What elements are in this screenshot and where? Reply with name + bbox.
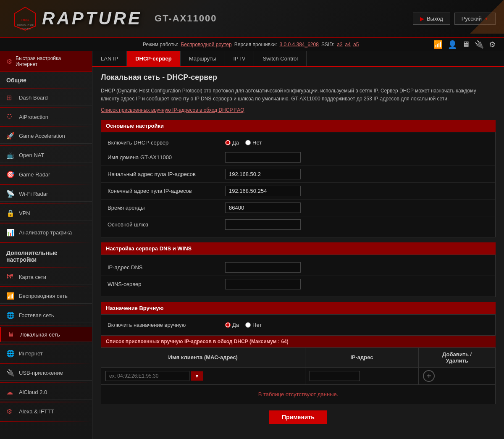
add-row-button[interactable]: + xyxy=(423,370,435,382)
dhcp-enable-radio: Да Нет xyxy=(225,139,262,146)
sidebar-label-game-radar: Game Radar xyxy=(19,171,50,178)
ip-pool-end-row: Конечный адрес пула IP-адресов xyxy=(101,183,495,200)
apply-button[interactable]: Применить xyxy=(269,410,327,424)
tab-dhcp[interactable]: DHCP-сервер xyxy=(127,51,181,66)
sidebar-label-network-map: Карта сети xyxy=(19,274,46,280)
col-action-header: Добавить / Удалить xyxy=(419,347,496,367)
sidebar-item-open-nat[interactable]: 📺 Open NAT xyxy=(0,148,92,163)
sidebar-label-lan: Локальная сеть xyxy=(20,331,60,338)
ip-pool-end-input[interactable] xyxy=(225,186,301,196)
manual-enable-label: Включить назначение вручную xyxy=(108,322,225,328)
rog-logo: ROG REPUBLIC OF GAMERS xyxy=(8,6,42,31)
sidebar-label-usb: USB-приложение xyxy=(19,370,63,376)
manual-no-option[interactable]: Нет xyxy=(245,322,262,328)
sidebar-label-game-acceleration: Game Acceleration xyxy=(19,133,65,139)
sidebar-item-vpn[interactable]: 🔒 VPN xyxy=(0,206,92,221)
gateway-label: Основной шлюз xyxy=(108,221,225,228)
sidebar-item-usb[interactable]: 🔌 USB-приложение xyxy=(0,365,92,381)
svg-text:ROG: ROG xyxy=(21,18,29,22)
sidebar-item-aicloud[interactable]: ☁ AiCloud 2.0 xyxy=(0,385,92,400)
sidebar-item-lan[interactable]: 🖥 Локальная сеть xyxy=(0,327,92,342)
lease-time-input[interactable] xyxy=(225,202,301,213)
lan-icon: 🖥 xyxy=(8,331,16,338)
users-icon[interactable]: 👤 xyxy=(448,40,457,49)
tab-lan-ip[interactable]: LAN IP xyxy=(92,51,127,66)
wins-input[interactable] xyxy=(225,279,301,289)
dhcp-yes-option[interactable]: Да xyxy=(225,139,239,146)
ip-address-input[interactable] xyxy=(310,371,360,381)
quick-setup-label: Быстрая настройкаИнтернет xyxy=(16,55,61,67)
content-area: LAN IP DHCP-сервер Маршруты IPTV Switch … xyxy=(92,51,504,439)
sidebar-label-aiprotection: AiProtection xyxy=(19,114,48,120)
sidebar-item-wireless[interactable]: 📶 Беспроводная сеть xyxy=(0,289,92,304)
section-advanced-header: Дополнительныенастройки xyxy=(0,244,92,266)
sidebar-label-open-nat: Open NAT xyxy=(19,152,44,158)
guest-icon: 🌐 xyxy=(6,311,15,319)
page-description: DHCP (Dynamic Host Configuration Protoco… xyxy=(101,87,496,103)
mode-bar: Режим работы: Беспроводной роутер Версия… xyxy=(0,38,504,51)
manual-yes-option[interactable]: Да xyxy=(225,322,239,328)
logo-rapture: RAPTURE xyxy=(42,8,142,29)
lease-time-row: Время аренды xyxy=(101,200,495,216)
col-ip-header: IP-адрес xyxy=(305,347,419,367)
ip-pool-start-input[interactable] xyxy=(225,169,301,179)
sidebar-item-aiprotection[interactable]: 🛡 AiProtection xyxy=(0,110,92,124)
mode-link[interactable]: Беспроводной роутер xyxy=(181,42,231,47)
table-input-row: ▼ + xyxy=(101,367,496,384)
domain-name-row: Имя домена GT-AX11000 xyxy=(101,149,495,166)
manual-assign-title: Назначение Вручную xyxy=(101,302,496,314)
sidebar-item-traffic-analyzer[interactable]: 📊 Анализатор трафика xyxy=(0,225,92,240)
sidebar-label-wireless: Беспроводная сеть xyxy=(19,293,68,299)
logout-button[interactable]: Выход xyxy=(413,13,450,25)
ip-pool-end-label: Конечный адрес пула IP-адресов xyxy=(108,188,225,194)
status-icons: 📶 👤 🖥 🔌 ⚙ xyxy=(433,40,496,49)
dhcp-faq-link[interactable]: Список присвоенных вручную IP-адресов в … xyxy=(101,107,244,113)
game-radar-icon: 🎯 xyxy=(6,171,15,179)
sidebar-item-alexa[interactable]: ⚙ Alexa & IFTTT xyxy=(0,404,92,419)
ip-table-title: Список присвоенных вручную IP-адресов в … xyxy=(101,336,496,347)
tab-switch-control[interactable]: Switch Control xyxy=(254,51,307,66)
sidebar-item-game-acceleration[interactable]: 🚀 Game Acceleration xyxy=(0,129,92,144)
mac-dropdown-button[interactable]: ▼ xyxy=(191,371,203,381)
wifi-icon[interactable]: 📶 xyxy=(433,40,443,49)
gateway-input[interactable] xyxy=(225,219,301,230)
domain-name-input[interactable] xyxy=(225,152,301,163)
settings-icon[interactable]: ⚙ xyxy=(489,40,496,49)
dhcp-no-option[interactable]: Нет xyxy=(245,139,262,146)
sidebar-item-guest-network[interactable]: 🌐 Гостевая сеть xyxy=(0,308,92,323)
sidebar-label-vpn: VPN xyxy=(19,210,30,216)
monitor-icon[interactable]: 🖥 xyxy=(462,40,470,49)
ssid-label: SSID: xyxy=(321,42,334,47)
manual-assign-form: Включить назначение вручную Да Нет xyxy=(101,314,496,336)
tab-routes[interactable]: Маршруты xyxy=(181,51,225,66)
sidebar-item-dashboard[interactable]: ⊞ Dash Board xyxy=(0,90,92,105)
aicloud-icon: ☁ xyxy=(6,388,15,396)
ssid-a5[interactable]: а5 xyxy=(353,42,359,47)
ssid-a3[interactable]: а3 xyxy=(337,42,342,47)
ip-pool-start-label: Начальный адрес пула IP-адресов xyxy=(108,171,225,177)
sidebar-quick-setup[interactable]: Быстрая настройкаИнтернет xyxy=(0,51,92,72)
ip-table-section: Список присвоенных вручную IP-адресов в … xyxy=(101,336,496,404)
traffic-icon: 📊 xyxy=(6,229,15,237)
sidebar-label-internet: Интернет xyxy=(19,350,43,357)
open-nat-icon: 📺 xyxy=(6,151,15,159)
dns-settings-title: Настройка сервера DNS и WINS xyxy=(101,242,496,255)
wins-row: WINS-сервер xyxy=(101,276,495,292)
tab-iptv[interactable]: IPTV xyxy=(225,51,255,66)
mac-address-input[interactable] xyxy=(105,371,189,381)
sidebar-item-game-radar[interactable]: 🎯 Game Radar xyxy=(0,167,92,182)
manual-enable-row: Включить назначение вручную Да Нет xyxy=(101,319,495,331)
basic-settings-form: Включить DHCP-сервер Да Нет Имя домена G… xyxy=(101,132,496,237)
empty-table-message: В таблице отсутствуют данные. xyxy=(101,385,496,404)
sidebar-item-internet[interactable]: 🌐 Интернет xyxy=(0,346,92,361)
sidebar-item-wifi-radar[interactable]: 📡 Wi-Fi Radar xyxy=(0,187,92,202)
mac-input-cell: ▼ xyxy=(101,367,305,384)
dns-ip-input[interactable] xyxy=(225,262,301,273)
ssid-a4[interactable]: а4 xyxy=(345,42,351,47)
dns-ip-row: IP-адрес DNS xyxy=(101,259,495,276)
lease-time-label: Время аренды xyxy=(108,205,225,211)
sidebar-item-network-map[interactable]: 🗺 Карта сети xyxy=(0,270,92,284)
usb-icon[interactable]: 🔌 xyxy=(475,40,484,49)
dhcp-enable-label: Включить DHCP-сервер xyxy=(108,139,225,146)
firmware-link[interactable]: 3.0.0.4.384_6208 xyxy=(279,42,318,47)
